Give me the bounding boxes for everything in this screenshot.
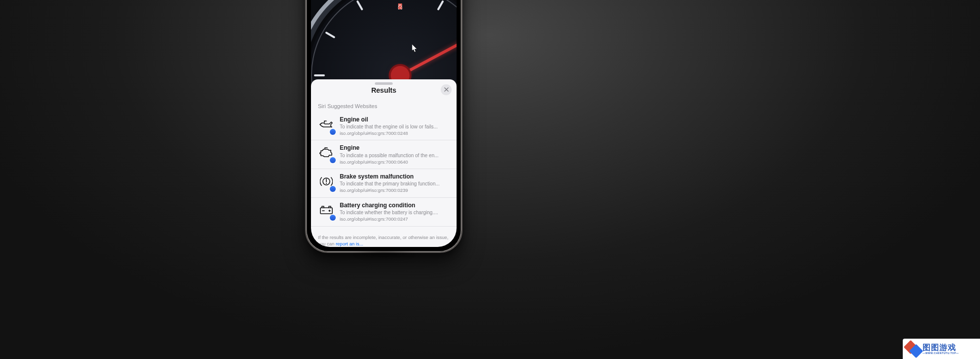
battery-icon: [318, 203, 335, 218]
section-label: Siri Suggested Websites: [311, 100, 457, 112]
result-desc: To indicate that the primary braking fun…: [340, 181, 451, 187]
result-url: iso.org/obp/ui#iso:grs:7000:0247: [340, 216, 451, 222]
safari-favicon-icon: [330, 215, 336, 221]
gauge-tick: [325, 31, 335, 38]
result-url: iso.org/obp/ui#iso:grs:7000:0239: [340, 187, 451, 193]
svg-point-6: [331, 126, 332, 127]
result-title: Engine oil: [340, 116, 451, 123]
phone-device: 012345678 Results Siri Suggested Website…: [305, 0, 463, 253]
mouse-cursor-icon: [412, 44, 418, 53]
result-title: Engine: [340, 144, 451, 151]
safari-favicon-icon: [330, 129, 336, 135]
results-footer: If the results are incomplete, inaccurat…: [311, 231, 457, 247]
results-list: Engine oil To indicate that the engine o…: [311, 112, 457, 232]
result-title: Brake system malfunction: [340, 173, 451, 180]
watermark-text-zh: 图图游戏: [923, 344, 959, 352]
safari-favicon-icon: [330, 186, 336, 192]
result-title: Battery charging condition: [340, 202, 451, 209]
result-row-engine[interactable]: Engine To indicate a possible malfunctio…: [311, 140, 457, 169]
results-sheet[interactable]: Results Siri Suggested Websites Engine o…: [311, 79, 457, 247]
watermark-badge: 图图游戏 —WWW.CHENTUTU.TOP—: [903, 339, 980, 359]
brake-icon: [318, 174, 335, 189]
sheet-header: Results: [311, 87, 457, 100]
gauge-tick: [356, 0, 363, 10]
engine-icon: [318, 145, 335, 160]
gauge-tick: [314, 74, 325, 76]
gauge-number: 8: [398, 3, 403, 11]
watermark-text-en: —WWW.CHENTUTU.TOP—: [923, 352, 959, 355]
watermark-logo-icon: [906, 342, 920, 356]
safari-favicon-icon: [330, 157, 336, 163]
result-desc: To indicate whether the battery is charg…: [340, 210, 451, 216]
report-issue-link[interactable]: report an is...: [336, 241, 363, 246]
close-icon: [444, 87, 449, 92]
svg-point-8: [326, 183, 327, 184]
result-desc: To indicate that the engine oil is low o…: [340, 124, 451, 130]
sheet-grabber[interactable]: [375, 82, 393, 85]
result-row-engine-oil[interactable]: Engine oil To indicate that the engine o…: [311, 112, 457, 141]
oil-can-icon: [318, 117, 335, 132]
result-row-brake[interactable]: Brake system malfunction To indicate tha…: [311, 169, 457, 198]
result-url: iso.org/obp/ui#iso:grs:7000:0248: [340, 130, 451, 136]
close-button[interactable]: [441, 84, 452, 95]
result-row-battery[interactable]: Battery charging condition To indicate w…: [311, 198, 457, 227]
result-url: iso.org/obp/ui#iso:grs:7000:0640: [340, 159, 451, 165]
phone-screen: 012345678 Results Siri Suggested Website…: [311, 0, 457, 247]
gauge-tick: [437, 0, 444, 10]
result-desc: To indicate a possible malfunction of th…: [340, 153, 451, 159]
sheet-title: Results: [311, 87, 457, 94]
